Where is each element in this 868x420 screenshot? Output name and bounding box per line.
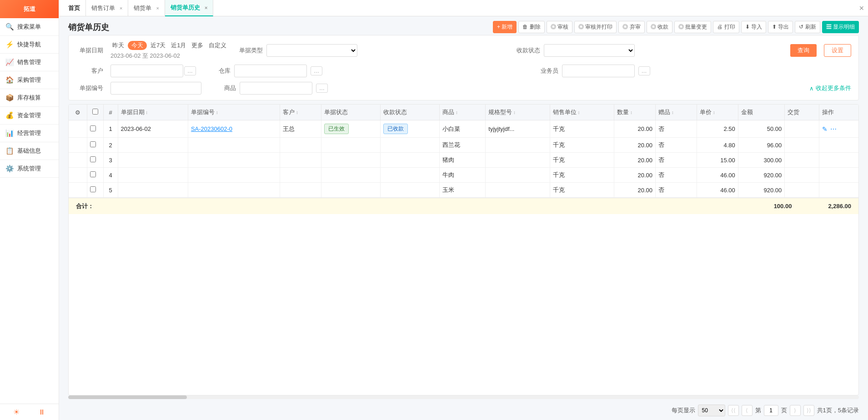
tab-history-label: 销货单历史 [171, 4, 200, 12]
row-select-checkbox[interactable] [90, 156, 96, 162]
row-checkbox[interactable] [87, 183, 103, 198]
page-label: 第 [755, 406, 761, 415]
last-page-btn[interactable]: ⟩⟩ [803, 405, 814, 416]
shortcut-1month[interactable]: 近1月 [169, 41, 188, 50]
th-price[interactable]: 单价 [697, 105, 738, 120]
import-button[interactable]: ⬇ 导入 [741, 21, 766, 33]
th-delivery[interactable]: 交货 [785, 105, 819, 120]
row-unit: 千克 [550, 183, 614, 198]
table-scrollbar[interactable] [68, 395, 859, 399]
first-page-btn[interactable]: ⟨⟨ [728, 405, 739, 416]
sidebar-item-search[interactable]: 🔍 搜索菜单 [0, 18, 59, 36]
salesman-ellipsis-btn[interactable]: … [638, 66, 650, 75]
window-close-icon[interactable]: ✕ [859, 5, 864, 12]
th-unit[interactable]: 销售单位 [550, 105, 614, 120]
export-button[interactable]: ⬆ 导出 [768, 21, 793, 33]
tab-history[interactable]: 销货单历史 × [165, 0, 213, 16]
row-select-checkbox[interactable] [90, 141, 96, 147]
sidebar-item-purchase[interactable]: 🏠 采购管理 [0, 71, 59, 89]
th-customer[interactable]: 客户 [280, 105, 321, 120]
query-button[interactable]: 查询 [790, 44, 817, 57]
tab-shipment[interactable]: 销货单 × [128, 0, 165, 16]
tab-history-close[interactable]: × [205, 5, 207, 10]
row-select-checkbox[interactable] [90, 186, 96, 192]
more-icon[interactable]: ⋯ [830, 125, 837, 133]
row-checkbox[interactable] [87, 138, 103, 153]
row-select-checkbox[interactable] [90, 171, 96, 177]
batch-change-button[interactable]: ◎ 批量变更 [674, 21, 711, 33]
tab-sales-order-close[interactable]: × [120, 5, 122, 11]
row-checkbox[interactable] [87, 120, 103, 138]
tab-sales-order[interactable]: 销售订单 × [86, 0, 128, 16]
shortcut-yesterday[interactable]: 昨天 [110, 41, 126, 50]
per-page-select[interactable]: 50 100 [698, 405, 725, 416]
th-amount[interactable]: 金额 [738, 105, 785, 120]
th-date[interactable]: 单据日期 [118, 105, 188, 120]
set-button[interactable]: 设置 [824, 44, 851, 57]
goods-ellipsis-btn[interactable]: … [316, 84, 328, 93]
th-checkbox[interactable] [87, 105, 103, 120]
show-details-button[interactable]: ☰ 显示明细 [822, 21, 859, 33]
warehouse-ellipsis-btn[interactable]: … [311, 66, 322, 75]
sidebar-item-sales[interactable]: 📈 销售管理 [0, 54, 59, 71]
th-spec[interactable]: 规格型号 [486, 105, 550, 120]
sidebar-item-management[interactable]: 📊 经营管理 [0, 125, 59, 142]
warehouse-input[interactable] [234, 65, 307, 77]
goods-input[interactable] [240, 82, 312, 95]
row-orderno[interactable] [188, 138, 280, 153]
salesman-input[interactable] [562, 65, 635, 77]
page-input[interactable] [764, 405, 778, 416]
next-page-btn[interactable]: ⟩ [790, 405, 801, 416]
th-gift[interactable]: 赠品 [655, 105, 697, 120]
doc-number-input[interactable] [110, 82, 201, 95]
collapse-btn[interactable]: ∧ 收起更多条件 [809, 84, 851, 92]
discard-button[interactable]: ◎ 弃审 [618, 21, 644, 33]
sidebar-item-finance[interactable]: 💰 资金管理 [0, 107, 59, 125]
audit-print-button[interactable]: ◎ 审核并打印 [574, 21, 617, 33]
sidebar-item-quicknav[interactable]: ⚡ 快捷导航 [0, 36, 59, 54]
collect-button[interactable]: ◎ 收款 [647, 21, 672, 33]
th-goods[interactable]: 商品 [440, 105, 486, 120]
select-all-checkbox[interactable] [92, 109, 98, 115]
shortcut-custom[interactable]: 自定义 [207, 41, 228, 50]
row-checkbox[interactable] [87, 153, 103, 168]
refresh-button[interactable]: ↺ 刷新 [795, 21, 820, 33]
th-settings[interactable]: ⚙ [69, 105, 87, 120]
total-info: 共1页，5条记录 [817, 406, 859, 415]
row-select-checkbox[interactable] [90, 125, 96, 131]
row-orderno[interactable] [188, 153, 280, 168]
shortcut-7days[interactable]: 近7天 [149, 41, 167, 50]
sidebar-item-basicinfo[interactable]: 📋 基础信息 [0, 142, 59, 160]
tab-shipment-close[interactable]: × [156, 5, 159, 11]
sidebar-item-system[interactable]: ⚙️ 系统管理 [0, 160, 59, 178]
shortcut-today[interactable]: 今天 [128, 41, 147, 50]
payment-status-select[interactable] [544, 44, 635, 57]
edit-icon[interactable]: ✎ [822, 125, 828, 133]
customer-input[interactable] [110, 65, 183, 77]
sidebar-item-inventory[interactable]: 📦 库存核算 [0, 89, 59, 107]
th-docstatus[interactable]: 单据状态 [321, 105, 381, 120]
doc-type-select[interactable] [266, 44, 357, 57]
tab-home[interactable]: 首页 [63, 0, 86, 16]
sidebar-pause-icon[interactable]: ⏸ [38, 408, 45, 416]
th-orderno[interactable]: 单据编号 [188, 105, 280, 120]
top-tabs: 首页 销售订单 × 销货单 × 销货单历史 × ✕ [59, 0, 868, 16]
sidebar-settings-icon[interactable]: ☀ [13, 408, 20, 416]
payment-status-label: 收款状态 [513, 46, 540, 55]
row-actions [819, 138, 858, 153]
row-orderno[interactable]: SA-20230602-0 [188, 120, 280, 138]
prev-page-btn[interactable]: ⟨ [742, 405, 753, 416]
th-qty[interactable]: 数量 [614, 105, 656, 120]
row-orderno[interactable] [188, 183, 280, 198]
new-button[interactable]: + 新增 [493, 21, 517, 33]
purchase-icon: 🏠 [5, 76, 14, 84]
row-unit: 千克 [550, 120, 614, 138]
audit-button[interactable]: ◎ 审核 [547, 21, 572, 33]
delete-button[interactable]: 🗑 删除 [518, 21, 544, 33]
print-button[interactable]: 🖨 打印 [713, 21, 739, 33]
row-orderno[interactable] [188, 168, 280, 183]
th-paystatus[interactable]: 收款状态 [381, 105, 440, 120]
shortcut-more[interactable]: 更多 [190, 41, 205, 50]
customer-ellipsis-btn[interactable]: … [184, 66, 196, 75]
row-checkbox[interactable] [87, 168, 103, 183]
